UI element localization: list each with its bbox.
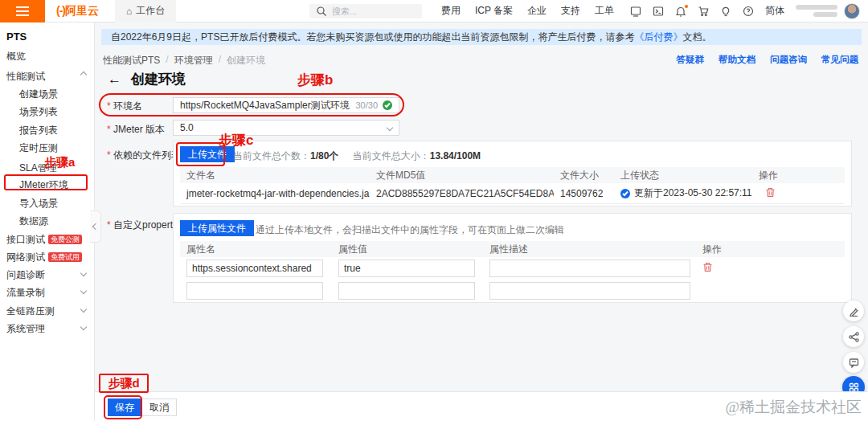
feedback-icon xyxy=(849,358,859,368)
menu-expenses[interactable]: 费用 xyxy=(441,4,461,18)
jmeter-version-select[interactable]: 5.0 xyxy=(173,120,399,136)
postpaid-doc-link[interactable]: 《后付费》 xyxy=(634,31,682,44)
prop-desc-input[interactable] xyxy=(489,282,690,300)
file-status-cell: 更新于2023-05-30 22:57:11 xyxy=(614,186,752,200)
sidebar-item-create-scene[interactable]: 创建场景 xyxy=(19,88,58,101)
sidebar-group-performance[interactable]: 性能测试 xyxy=(6,70,94,84)
sidebar-item-sla[interactable]: SLA管理 xyxy=(19,161,57,175)
billing-notice-bar: 自2022年6月9日起，PTS已开放后付费模式。若您未购买资源包或使用的功能超出… xyxy=(101,29,862,45)
menu-support[interactable]: 支持 xyxy=(561,4,580,18)
sidebar-item-jmeter-env[interactable]: JMeter环境 xyxy=(19,178,68,192)
link-consult[interactable]: 问题咨询 xyxy=(770,54,807,66)
sidebar-item-import-scene[interactable]: 导入场景 xyxy=(19,197,58,210)
back-arrow-icon[interactable]: ← xyxy=(108,72,121,86)
props-hint: 通过上传本地文件，会扫描出文件中的属性字段，可在页面上做二次编辑 xyxy=(256,223,564,237)
chevron-down-icon xyxy=(80,306,87,313)
col-file-name: 文件名 xyxy=(180,169,370,182)
page-title: 创建环境 xyxy=(131,70,186,88)
col-file-md5: 文件MD5值 xyxy=(370,169,554,182)
env-name-input[interactable]: https/RocketMQ4JavaSampler测试环境 30/30 xyxy=(173,97,399,113)
sidebar: PTS 概览 性能测试 创建场景 场景列表 报告列表 定时压测 SLA管理 JM… xyxy=(0,22,95,421)
file-table: 文件名 文件MD5值 文件大小 上传状态 操作 jmeter-rocketmq4… xyxy=(180,167,845,204)
prop-value-input[interactable] xyxy=(338,282,475,300)
console-icon[interactable] xyxy=(630,6,641,17)
env-name-label: 环境名 xyxy=(107,100,142,113)
file-count-value: 1/80个 xyxy=(310,150,338,161)
edit-fab[interactable] xyxy=(843,300,864,321)
sidebar-group-label: 系统管理 xyxy=(6,323,45,334)
save-button[interactable]: 保存 xyxy=(108,399,141,416)
workspace-tab-label: 工作台 xyxy=(136,4,165,18)
terminal-icon[interactable] xyxy=(653,6,664,17)
chevron-up-icon xyxy=(80,72,87,78)
sidebar-item-scene-list[interactable]: 场景列表 xyxy=(19,105,58,119)
delete-file-icon[interactable] xyxy=(765,187,776,198)
breadcrumb-env-mgmt[interactable]: 环境管理 xyxy=(174,54,213,67)
cancel-button[interactable]: 取消 xyxy=(141,399,177,416)
file-status-text: 更新于2023-05-30 22:57:11 xyxy=(634,186,752,200)
sidebar-group-diagnosis[interactable]: 问题诊断 xyxy=(6,268,94,282)
workspace-tab[interactable]: ⌂ 工作台 xyxy=(115,0,176,22)
menu-icp[interactable]: ICP 备案 xyxy=(475,4,513,18)
cart-icon[interactable] xyxy=(698,6,709,17)
menu-tickets[interactable]: 工单 xyxy=(595,4,614,18)
brand-logo[interactable]: (-)阿里云 xyxy=(56,4,99,18)
sidebar-item-api-test[interactable]: 接口测试免费公测 xyxy=(6,233,82,247)
sidebar-item-data-source[interactable]: 数据源 xyxy=(19,215,48,228)
help-links: 答疑群 帮助文档 问题咨询 常见问题 xyxy=(677,54,859,66)
sidebar-item-label: 网络测试 xyxy=(6,251,45,263)
share-fab[interactable] xyxy=(843,326,864,347)
link-qa-group[interactable]: 答疑群 xyxy=(677,54,705,66)
jmeter-version-value: 5.0 xyxy=(180,122,383,133)
link-help-docs[interactable]: 帮助文档 xyxy=(719,54,755,66)
props-table-header: 属性名 属性值 属性描述 操作 xyxy=(180,241,845,257)
file-table-header: 文件名 文件MD5值 文件大小 上传状态 操作 xyxy=(180,167,845,183)
search-icon xyxy=(316,6,327,17)
file-summary: 当前文件总个数：1/80个 当前文件总大小：13.84/100M xyxy=(233,149,492,163)
account-name[interactable] xyxy=(796,5,837,17)
col-prop-action: 操作 xyxy=(696,243,845,256)
free-beta-badge: 免费公测 xyxy=(48,235,82,244)
sidebar-group-traffic-record[interactable]: 流量录制 xyxy=(6,286,94,300)
sidebar-item-scheduled-test[interactable]: 定时压测 xyxy=(19,141,58,155)
panel-collapse-handle[interactable] xyxy=(90,210,101,243)
menu-enterprise[interactable]: 企业 xyxy=(527,4,547,18)
upload-file-button[interactable]: 上传文件 xyxy=(180,146,235,162)
link-faq[interactable]: 常见问题 xyxy=(821,54,858,66)
home-icon: ⌂ xyxy=(126,6,132,17)
sidebar-group-system-admin[interactable]: 系统管理 xyxy=(6,322,94,336)
col-prop-desc: 属性描述 xyxy=(483,243,696,256)
search-input[interactable] xyxy=(332,6,412,16)
bell-icon[interactable] xyxy=(675,6,686,17)
prop-name-input[interactable] xyxy=(186,282,323,300)
prop-name-input[interactable] xyxy=(186,260,323,277)
chevron-down-icon xyxy=(387,125,393,131)
file-size-label: 当前文件总大小： xyxy=(353,150,430,161)
annotation-box-d: 步骤d xyxy=(99,374,149,393)
hamburger-menu-icon[interactable] xyxy=(0,0,45,22)
sidebar-item-network-test[interactable]: 网络测试免费试用 xyxy=(6,251,82,264)
lightbulb-icon[interactable] xyxy=(720,6,731,17)
upload-props-button[interactable]: 上传属性文件 xyxy=(180,220,254,236)
sidebar-item-overview[interactable]: 概览 xyxy=(6,50,26,63)
free-trial-badge: 免费试用 xyxy=(48,252,82,262)
feedback-fab[interactable] xyxy=(843,352,864,373)
help-icon[interactable] xyxy=(743,6,754,17)
global-search[interactable] xyxy=(309,4,422,18)
avatar[interactable] xyxy=(844,3,860,19)
col-file-action: 操作 xyxy=(752,169,845,182)
sidebar-group-label: 问题诊断 xyxy=(6,269,45,280)
sidebar-item-report-list[interactable]: 报告列表 xyxy=(19,124,58,137)
language-switch[interactable]: 简体 xyxy=(765,4,784,18)
footer-bar: 保存 取消 xyxy=(95,391,868,421)
file-size-cell: 14509762 xyxy=(554,188,614,199)
prop-value-input[interactable] xyxy=(338,260,475,277)
delete-prop-icon[interactable] xyxy=(702,262,713,272)
breadcrumb-pts[interactable]: 性能测试PTS xyxy=(103,54,160,67)
props-row xyxy=(180,280,845,302)
props-card: 上传属性文件 通过上传本地文件，会扫描出文件中的属性字段，可在页面上做二次编辑 … xyxy=(173,213,852,303)
col-prop-value: 属性值 xyxy=(332,243,483,256)
prop-desc-input[interactable] xyxy=(489,260,690,277)
sidebar-group-fullchain-test[interactable]: 全链路压测 xyxy=(6,305,94,318)
chevron-left-icon xyxy=(92,223,98,230)
